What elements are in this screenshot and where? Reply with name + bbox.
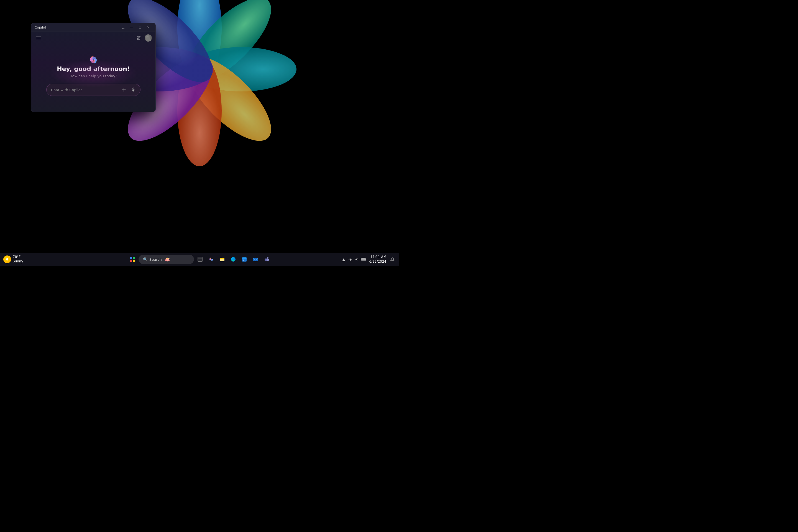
win-quad-4	[133, 260, 135, 262]
chat-input-row	[46, 84, 140, 96]
copilot-toolbar	[31, 32, 155, 44]
taskbar: 78°F Sunny 🔍 Search 🪷	[0, 253, 399, 266]
win-quad-2	[133, 257, 135, 259]
copilot-body: Hey, good afternoon! How can I help you …	[31, 32, 155, 112]
taskbar-snip-button[interactable]	[195, 254, 205, 264]
volume-svg	[355, 257, 359, 262]
avatar	[145, 34, 152, 41]
minimize-icon: —	[130, 26, 133, 29]
weather-text: 78°F Sunny	[13, 255, 23, 264]
search-bar[interactable]: 🔍 Search 🪷	[138, 255, 194, 264]
microphone-icon	[131, 88, 135, 92]
volume-icon[interactable]	[354, 256, 360, 262]
toolbar-right	[135, 34, 152, 42]
teams-svg	[264, 256, 269, 262]
calendar-icon: 22	[241, 256, 247, 262]
add-attachment-button[interactable]	[120, 86, 128, 93]
search-icon: 🔍	[143, 257, 148, 262]
window-controls: ... — □ ✕	[119, 25, 152, 30]
calendar-svg: 22	[242, 256, 247, 262]
microphone-button[interactable]	[130, 86, 137, 93]
search-label: Search	[149, 258, 162, 262]
mail-svg	[253, 256, 258, 262]
condition: Sunny	[13, 259, 23, 264]
win-quad-1	[130, 257, 132, 259]
avatar-button[interactable]	[144, 34, 152, 42]
file-explorer-icon	[219, 256, 225, 262]
chat-input-container	[46, 84, 140, 96]
taskbar-center: 🔍 Search 🪷	[128, 254, 271, 264]
menu-line-1	[36, 37, 41, 37]
weather-icon	[3, 255, 11, 263]
battery-icon[interactable]	[361, 256, 366, 262]
battery-svg	[361, 258, 366, 261]
sun-icon	[5, 257, 10, 262]
menu-button[interactable]	[35, 34, 42, 42]
svg-point-23	[350, 260, 351, 261]
snip-icon	[197, 256, 203, 262]
sub-text: How can I help you today?	[70, 74, 117, 78]
edge-icon	[230, 256, 236, 262]
svg-rect-14	[220, 259, 225, 261]
clock-time: 11:11 AM	[370, 255, 386, 259]
wifi-icon	[348, 257, 353, 262]
windows-logo	[130, 257, 135, 262]
chat-input[interactable]	[51, 88, 118, 92]
taskbar-left: 78°F Sunny	[3, 255, 37, 264]
menu-line-3	[36, 39, 41, 40]
close-button[interactable]: ✕	[144, 25, 152, 30]
notification-icon	[390, 257, 395, 262]
start-button[interactable]	[128, 254, 137, 264]
taskbar-right: ▲	[341, 255, 396, 264]
svg-rect-25	[365, 259, 366, 260]
copilot-logo	[88, 54, 99, 65]
svg-rect-9	[133, 88, 134, 90]
svg-rect-19	[253, 258, 258, 261]
network-icon[interactable]	[347, 256, 353, 262]
edge-svg	[230, 256, 236, 262]
notification-button[interactable]	[389, 256, 396, 263]
copilot-main: Hey, good afternoon! How can I help you …	[31, 44, 155, 112]
minimize-button[interactable]: —	[128, 25, 135, 30]
temperature: 78°F	[13, 255, 23, 259]
clock-area[interactable]: 11:11 AM 6/22/2024	[368, 255, 387, 264]
win-quad-3	[130, 260, 132, 262]
svg-point-11	[6, 258, 8, 261]
show-hidden-icons-button[interactable]: ▲	[341, 256, 346, 262]
close-icon: ✕	[147, 25, 150, 29]
teams-icon	[264, 256, 270, 262]
greeting-text: Hey, good afternoon!	[57, 65, 130, 72]
taskbar-mail-button[interactable]	[250, 254, 261, 264]
taskbar-copilot-button[interactable]	[206, 254, 216, 264]
copilot-taskbar-icon	[208, 256, 214, 262]
taskbar-calendar-button[interactable]: 22	[240, 254, 249, 264]
lotus-icon: 🪷	[165, 257, 170, 262]
taskbar-explorer-button[interactable]	[217, 254, 227, 264]
svg-rect-26	[361, 258, 365, 261]
copilot-window: Copilot ... — □ ✕	[31, 23, 156, 112]
avatar-figure	[146, 37, 151, 41]
taskbar-edge-button[interactable]	[228, 254, 238, 264]
svg-text:22: 22	[243, 259, 246, 262]
maximize-icon: □	[139, 26, 141, 29]
more-options-icon: ...	[122, 26, 125, 29]
maximize-button[interactable]: □	[136, 25, 144, 30]
system-tray: ▲	[341, 256, 366, 262]
copilot-small-svg	[208, 256, 214, 262]
weather-widget[interactable]: 78°F Sunny	[3, 255, 23, 264]
compose-icon	[137, 36, 141, 40]
more-options-button[interactable]: ...	[119, 25, 127, 30]
window-title: Copilot	[35, 25, 119, 30]
folder-svg	[220, 256, 225, 262]
svg-point-21	[267, 257, 268, 259]
menu-line-2	[36, 38, 41, 38]
mail-icon	[252, 256, 259, 262]
snip-svg	[197, 256, 203, 262]
svg-rect-22	[267, 259, 269, 261]
svg-rect-12	[198, 257, 202, 262]
plus-icon	[122, 88, 126, 92]
copilot-titlebar: Copilot ... — □ ✕	[31, 23, 155, 32]
compose-button[interactable]	[135, 34, 143, 42]
clock-date: 6/22/2024	[369, 259, 386, 264]
taskbar-teams-button[interactable]	[262, 254, 271, 264]
